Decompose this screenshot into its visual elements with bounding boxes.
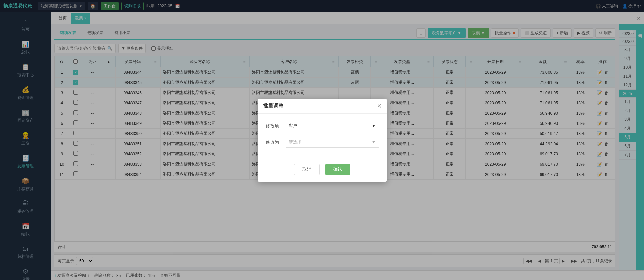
modify-to-arrow: ▼ xyxy=(372,139,376,144)
modify-to-select[interactable]: 请选择 ▼ xyxy=(286,137,379,148)
modify-field-row: 修改项 客户 ▼ xyxy=(266,120,379,131)
modal-confirm-btn[interactable]: 确认 xyxy=(325,164,350,175)
modify-to-row: 修改为 请选择 ▼ xyxy=(266,137,379,148)
modify-field-value: 客户 xyxy=(289,123,297,129)
modal-body: 修改项 客户 ▼ 修改为 请选择 ▼ xyxy=(258,114,387,160)
modal-footer: 取消 确认 xyxy=(258,160,387,182)
modify-field-label: 修改项 xyxy=(266,123,286,129)
batch-adjust-modal: 批量调整 ✕ 修改项 客户 ▼ 修改为 请选择 ▼ 取消 确认 xyxy=(258,99,387,182)
modify-to-label: 修改为 xyxy=(266,139,286,145)
modal-overlay[interactable]: 批量调整 ✕ 修改项 客户 ▼ 修改为 请选择 ▼ 取消 确认 xyxy=(0,0,644,280)
modal-close-btn[interactable]: ✕ xyxy=(377,103,381,109)
modify-field-select[interactable]: 客户 ▼ xyxy=(286,120,379,131)
modify-to-placeholder: 请选择 xyxy=(289,139,301,145)
modify-field-arrow: ▼ xyxy=(372,123,376,128)
modal-header: 批量调整 ✕ xyxy=(258,99,387,114)
modal-cancel-btn[interactable]: 取消 xyxy=(294,164,320,175)
modal-title: 批量调整 xyxy=(263,103,283,109)
